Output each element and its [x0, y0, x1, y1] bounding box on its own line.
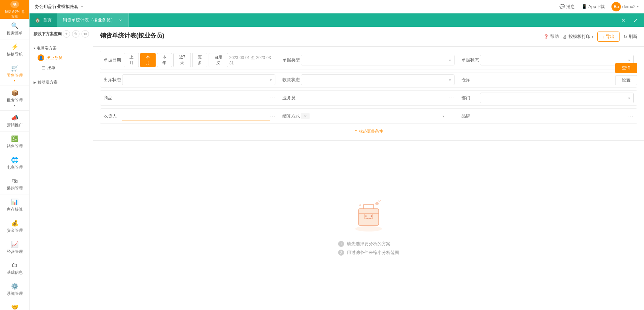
salesperson-cell: 业务员 ···	[279, 91, 458, 105]
date-this-year-btn[interactable]: 本年	[157, 53, 172, 67]
settings-btn[interactable]: 设置	[615, 75, 637, 85]
date-last-7-btn[interactable]: 近7天	[173, 53, 191, 67]
tip-text-1: 请先选择要分析的方案	[347, 241, 390, 247]
marketing-icon: 📣	[11, 114, 18, 121]
consignee-input[interactable]	[122, 112, 270, 120]
tab-home[interactable]: 🏠 首页	[30, 13, 57, 27]
ship-status-cell: 出库状态 ▾	[100, 72, 279, 87]
scheme-item-by-salesperson[interactable]: 👤 按业务员	[30, 52, 93, 63]
doc-type-label: 单据类型	[282, 57, 301, 63]
tab-sales-stat[interactable]: 销货单统计表（按业务员） ✕	[57, 13, 129, 27]
export-btn[interactable]: ↓ 导出	[597, 32, 620, 42]
consignee-dots[interactable]: ···	[270, 113, 275, 119]
payment-method-control: ✕	[301, 113, 441, 119]
sidebar-item-marketing[interactable]: 📣 营销推广	[0, 111, 30, 132]
sidebar-item-basics-label: 基础信息	[7, 270, 23, 275]
scheme-item-by-order[interactable]: ☰ 按单	[30, 63, 93, 73]
sidebar-item-system-label: 系统管理	[7, 291, 23, 297]
sidebar: 畅 畅捷通好生意 标账 🔍 搜索菜单 ⚡ 快捷导航 🛒 零售管理 ▾ 📦 批发管…	[0, 0, 30, 310]
receipt-status-arrow: ▾	[449, 78, 451, 82]
tip-num-1: 1	[338, 241, 344, 247]
wholesale-icon: 📦	[11, 89, 18, 97]
left-panel-add-btn[interactable]: +	[63, 30, 70, 38]
query-btn[interactable]: 查询	[615, 63, 637, 73]
print-btn[interactable]: 🖨 按模板打印 ▾	[563, 34, 593, 40]
brand-label: 品牌	[462, 113, 480, 119]
left-panel-actions: + ✎ ≪	[63, 30, 89, 38]
refresh-btn[interactable]: ↻ 刷新	[624, 34, 637, 40]
topbar-dropdown-arrow[interactable]: ▾	[81, 5, 83, 8]
ship-status-select[interactable]: ▾	[122, 74, 275, 85]
sidebar-item-purchase[interactable]: 🛍 采购管理	[0, 174, 30, 195]
doc-status-filter-cell: 单据状态 ▾	[458, 51, 637, 69]
date-selector: 上月 本月 本年 近7天 更多 自定义 2023-03-01 至 2023-03…	[124, 53, 275, 67]
sidebar-item-ecommerce[interactable]: 🌐 电商管理	[0, 153, 30, 174]
topbar-message[interactable]: 💬 消息	[559, 4, 575, 10]
payment-method-select[interactable]: ▾	[441, 111, 454, 121]
action-buttons: 查询 设置	[615, 63, 637, 85]
sidebar-item-operations[interactable]: 📈 经营管理	[0, 237, 30, 258]
collapse-left-icon: ≪	[83, 32, 88, 36]
sidebar-item-sales[interactable]: 💹 销售管理	[0, 132, 30, 153]
scheme-item-salesperson-label: 按业务员	[46, 55, 62, 61]
sidebar-item-purchase-label: 采购管理	[7, 186, 23, 191]
scheme-group-pc-title[interactable]: ▾ 电脑端方案	[30, 44, 93, 52]
sidebar-item-wholesale[interactable]: 📦 批发管理 ▴	[0, 86, 30, 111]
sidebar-item-finance[interactable]: 💰 资金管理	[0, 216, 30, 237]
brand-dots[interactable]: ···	[628, 113, 634, 119]
payment-arrow: ▾	[442, 114, 444, 118]
sidebar-item-search[interactable]: 🔍 搜索菜单	[0, 19, 30, 40]
collapse-btn[interactable]: ⌃ 收起更多条件	[100, 126, 637, 136]
empty-tip-2: 2 用过滤条件来缩小分析范围	[338, 250, 399, 256]
tab-close-icon[interactable]: ✕	[118, 17, 123, 23]
date-last-month-btn[interactable]: 上月	[124, 53, 139, 67]
sidebar-item-inventory[interactable]: 📊 库存核算	[0, 195, 30, 216]
consignee-control	[122, 112, 270, 120]
receipt-status-select[interactable]: ▾	[301, 74, 454, 85]
sidebar-item-basics[interactable]: 🗂 基础信息	[0, 258, 30, 279]
dept-select[interactable]: ▾	[480, 93, 634, 103]
group-collapsed-arrow: ▶	[34, 81, 36, 84]
sidebar-item-shortcut[interactable]: ⚡ 快捷导航	[0, 40, 30, 61]
date-custom-btn[interactable]: 自定义	[209, 53, 228, 67]
topbar-user[interactable]: Ea demo2 ▾	[611, 2, 639, 11]
help-icon: ❓	[543, 34, 549, 39]
date-more-btn[interactable]: 更多	[192, 53, 207, 67]
scheme-group-mobile-title[interactable]: ▶ 移动端方案	[30, 78, 93, 87]
doc-type-select[interactable]: ▾	[301, 55, 454, 65]
consignee-label: 收货人	[104, 113, 122, 119]
sidebar-item-wholesale-label: 批发管理	[7, 98, 23, 103]
ship-status-label: 出库状态	[104, 77, 122, 83]
tabbar: 🏠 首页 销货单统计表（按业务员） ✕ ✕ ⤢	[30, 13, 644, 27]
dept-label: 部门	[462, 95, 480, 101]
date-this-month-btn[interactable]: 本月	[140, 53, 155, 67]
goods-cell: 商品 ···	[100, 91, 279, 105]
payment-tag-x[interactable]: ✕	[303, 114, 308, 118]
order-icon: ☰	[42, 66, 45, 70]
goods-dots[interactable]: ···	[270, 95, 275, 101]
sidebar-item-sales-label: 销售管理	[7, 144, 23, 149]
scheme-item-order-label: 按单	[47, 65, 55, 71]
left-panel-collapse-btn[interactable]: ≪	[82, 30, 89, 38]
sidebar-item-inventory-label: 库存核算	[7, 207, 23, 212]
doc-status-select[interactable]: ▾	[480, 55, 634, 65]
sidebar-item-operations-label: 经营管理	[7, 249, 23, 255]
sidebar-item-enterprise[interactable]: 🤝 企业协同	[0, 300, 30, 310]
app-icon: 📱	[582, 4, 587, 9]
help-label: 帮助	[550, 34, 559, 40]
topbar-app-download[interactable]: 📱 App下载	[582, 4, 605, 10]
tab-maximize-btn[interactable]: ⤢	[631, 15, 640, 25]
help-btn[interactable]: ❓ 帮助	[543, 34, 559, 40]
left-panel-edit-btn[interactable]: ✎	[72, 30, 79, 38]
sidebar-item-marketing-label: 营销推广	[7, 122, 23, 128]
warehouse-control: ···	[480, 77, 634, 83]
receipt-status-cell: 收款状态 ▾	[279, 72, 458, 87]
sidebar-item-system[interactable]: ⚙️ 系统管理	[0, 279, 30, 300]
empty-state-illustration	[348, 195, 389, 236]
doc-type-arrow: ▾	[449, 58, 451, 62]
topbar-title: 办公用品行业模拟账套	[35, 4, 78, 10]
edit-icon: ✎	[74, 32, 77, 36]
tab-close-window-btn[interactable]: ✕	[619, 15, 628, 25]
salesperson-dots[interactable]: ···	[449, 95, 454, 101]
sidebar-item-retail[interactable]: 🛒 零售管理 ▾	[0, 61, 30, 86]
